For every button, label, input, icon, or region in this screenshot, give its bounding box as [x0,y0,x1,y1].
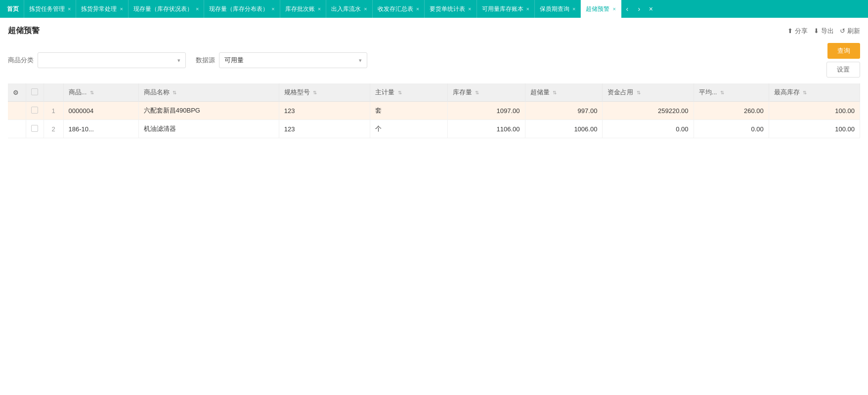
close-tab-11-icon[interactable]: × [612,6,615,12]
sort-capital-icon: ⇅ [637,90,641,95]
category-filter-group: 商品分类 ▾ [8,52,186,68]
category-label: 商品分类 [8,56,34,65]
nav-tab-10[interactable]: 保质期查询 × [535,0,581,18]
col-index-header [43,83,63,102]
nav-tab-6[interactable]: 出入库流水 × [326,0,372,18]
close-tab-5-icon[interactable]: × [318,6,321,12]
sort-stock-icon: ⇅ [475,90,479,95]
row2-capital: 0.00 [603,120,694,138]
row2-unit: 个 [370,120,447,138]
close-tab-6-icon[interactable]: × [364,6,367,12]
datasource-filter-group: 数据源 可用量 ▾ [196,52,367,68]
row2-spec: 123 [279,120,370,138]
refresh-button[interactable]: ↺ 刷新 [840,27,860,36]
main-content: 超储预警 ⬆ 分享 ⬇ 导出 ↺ 刷新 商品分类 ▾ 数据源 [0,18,868,395]
row1-avg: 260.00 [694,102,769,120]
sort-product-name-icon: ⇅ [173,90,176,95]
sort-product-code-icon: ⇅ [90,90,94,95]
row1-product-name: 六配套新昌490BPG [138,102,279,120]
row2-checkbox[interactable] [31,125,38,132]
nav-tab-5[interactable]: 库存批次账 × [280,0,326,18]
nav-arrow-left[interactable]: ‹ [621,0,633,18]
row2-product-name: 机油滤清器 [138,120,279,138]
col-maxstock-header[interactable]: 最高库存 ⇅ [769,83,860,102]
nav-tab-9[interactable]: 可用量库存账本 × [477,0,535,18]
category-chevron-icon: ▾ [177,57,180,64]
col-avg-header[interactable]: 平均... ⇅ [694,83,769,102]
filter-row: 商品分类 ▾ 数据源 可用量 ▾ 查询 设置 [8,43,860,78]
nav-tab-4[interactable]: 现存量（库存分布表） × [204,0,280,18]
datasource-select[interactable]: 可用量 ▾ [219,52,367,68]
close-tab-4-icon[interactable]: × [271,6,274,12]
row1-stock: 1097.00 [447,102,525,120]
sort-spec-icon: ⇅ [313,90,317,95]
gear-icon: ⚙ [13,89,19,96]
datasource-value: 可用量 [224,56,244,65]
close-tab-3-icon[interactable]: × [196,6,199,12]
row2-check[interactable] [26,120,43,138]
nav-tab-3[interactable]: 现存量（库存状况表） × [129,0,204,18]
row2-stock: 1106.00 [447,120,525,138]
row1-check[interactable] [26,102,43,120]
close-tab-10-icon[interactable]: × [572,6,575,12]
row1-overstock: 997.00 [525,102,603,120]
close-tab-2-icon[interactable]: × [120,6,123,12]
datasource-chevron-icon: ▾ [359,57,362,64]
datasource-label: 数据源 [196,56,215,65]
col-check-all[interactable] [26,83,43,102]
export-button[interactable]: ⬇ 导出 [814,27,834,36]
row1-index: 1 [43,102,63,120]
nav-tab-7[interactable]: 收发存汇总表 × [373,0,425,18]
row1-checkbox[interactable] [31,107,38,114]
col-overstock-header[interactable]: 超储量 ⇅ [525,83,603,102]
settings-button[interactable]: 设置 [826,62,860,78]
col-capital-header[interactable]: 资金占用 ⇅ [603,83,694,102]
sort-overstock-icon: ⇅ [553,90,557,95]
table-row: 1 0000004 六配套新昌490BPG 123 套 1097.00 997.… [8,102,860,120]
row1-unit: 套 [370,102,447,120]
close-tab-9-icon[interactable]: × [526,6,529,12]
nav-tab-1[interactable]: 拣货任务管理 × [24,0,76,18]
row2-maxstock: 100.00 [769,120,860,138]
sort-avg-icon: ⇅ [720,90,724,95]
table-body: 1 0000004 六配套新昌490BPG 123 套 1097.00 997.… [8,102,860,138]
row2-product-code: 186-10... [63,120,138,138]
sort-unit-icon: ⇅ [398,90,402,95]
sort-maxstock-icon: ⇅ [803,90,807,95]
close-tab-8-icon[interactable]: × [468,6,471,12]
close-tab-7-icon[interactable]: × [416,6,419,12]
table-row: 2 186-10... 机油滤清器 123 个 1106.00 1006.00 … [8,120,860,138]
col-stock-header[interactable]: 库存量 ⇅ [447,83,525,102]
col-product-code-header[interactable]: 商品... ⇅ [63,83,138,102]
export-icon: ⬇ [814,27,819,35]
row2-overstock: 1006.00 [525,120,603,138]
row1-spec: 123 [279,102,370,120]
row2-avg: 0.00 [694,120,769,138]
row1-gear [8,102,26,120]
query-button[interactable]: 查询 [827,43,860,59]
refresh-icon: ↺ [840,27,845,35]
col-product-name-header[interactable]: 商品名称 ⇅ [138,83,279,102]
share-icon: ⬆ [787,27,793,35]
check-all-checkbox[interactable] [31,88,38,95]
header-actions: ⬆ 分享 ⬇ 导出 ↺ 刷新 [787,27,860,36]
nav-arrow-close[interactable]: × [645,0,657,18]
data-table: ⚙ 商品... ⇅ 商品名称 ⇅ 规格型号 ⇅ [8,83,860,138]
close-tab-1-icon[interactable]: × [68,6,71,12]
nav-tab-2[interactable]: 拣货异常处理 × [76,0,128,18]
col-spec-header[interactable]: 规格型号 ⇅ [279,83,370,102]
row1-capital: 259220.00 [603,102,694,120]
action-buttons: 查询 设置 [826,43,860,78]
col-gear[interactable]: ⚙ [8,83,26,102]
table-header: ⚙ 商品... ⇅ 商品名称 ⇅ 规格型号 ⇅ [8,83,860,102]
nav-tab-11[interactable]: 超储预警 × [581,0,621,18]
nav-home[interactable]: 首页 [2,0,24,18]
top-nav: 首页 拣货任务管理 × 拣货异常处理 × 现存量（库存状况表） × 现存量（库存… [0,0,868,18]
share-button[interactable]: ⬆ 分享 [787,27,808,36]
page-header: 超储预警 ⬆ 分享 ⬇ 导出 ↺ 刷新 [8,26,860,36]
nav-tab-8[interactable]: 要货单统计表 × [425,0,477,18]
col-unit-header[interactable]: 主计量 ⇅ [370,83,447,102]
category-select[interactable]: ▾ [38,52,186,68]
nav-arrow-right[interactable]: › [633,0,645,18]
row1-product-code: 0000004 [63,102,138,120]
